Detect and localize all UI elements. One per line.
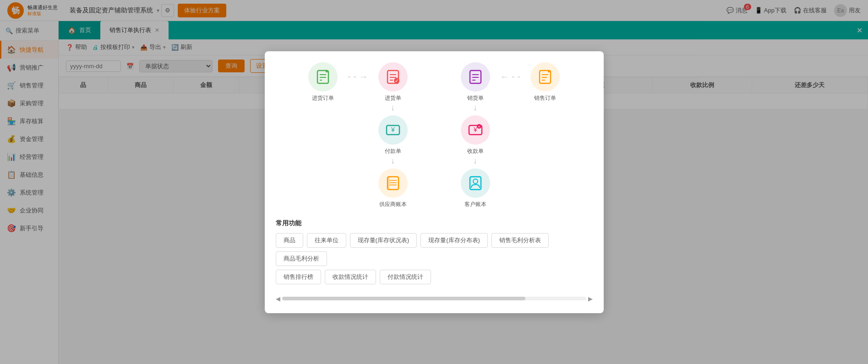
- flow-node-sales-invoice[interactable]: 销货单: [453, 62, 498, 102]
- purchase-invoice-icon: ✓: [378, 62, 408, 92]
- sales-invoice-icon: [461, 62, 490, 92]
- receipt-slip-icon: ¥+: [461, 115, 490, 145]
- flow-node-receipt-slip[interactable]: ¥+ 收款单: [453, 115, 498, 155]
- scrollbar-track: [282, 297, 586, 300]
- arrow-pi-down: ↓: [391, 103, 395, 113]
- func-btn-row-2: 销售排行榜 收款情况统计 付款情况统计: [276, 270, 593, 284]
- func-btn-row-1: 商品 往来单位 现存量(库存状况表) 现存量(库存分布表) 销售毛利分析表 商品…: [276, 233, 593, 266]
- purchase-order-label: 进货订单: [312, 94, 334, 102]
- svg-point-25: [473, 179, 478, 184]
- arrow-si-down: ↓: [473, 103, 477, 113]
- flow-diagram: 进货订单 - - → ✓ 进货单 ↓: [276, 62, 593, 208]
- scroll-right-icon[interactable]: ▶: [588, 295, 593, 302]
- flow-col-sales-order: 销售订单: [522, 62, 568, 102]
- flow-node-sales-order[interactable]: 销售订单: [522, 62, 568, 102]
- flow-node-purchase-order[interactable]: 进货订单: [300, 62, 346, 102]
- flow-col-purchase-invoice: ✓ 进货单 ↓ ¥ 付款单 ↓: [370, 62, 416, 208]
- modal-overlay[interactable]: 进货订单 - - → ✓ 进货单 ↓: [0, 0, 868, 364]
- svg-text:+: +: [478, 125, 480, 129]
- arrow-po-to-pi: - - →: [346, 71, 370, 82]
- func-btn-inventory-dist[interactable]: 现存量(库存分布表): [420, 233, 488, 248]
- arrow-pay-down: ↓: [391, 156, 395, 166]
- flow-node-payment-slip[interactable]: ¥ 付款单: [370, 115, 416, 155]
- common-functions-section: 常用功能 商品 往来单位 现存量(库存状况表) 现存量(库存分布表) 销售毛利分…: [276, 219, 593, 284]
- flow-col-purchase-order: 进货订单: [300, 62, 346, 102]
- receipt-slip-label: 收款单: [467, 147, 484, 155]
- svg-text:✓: ✓: [395, 78, 399, 83]
- func-btn-receipt-stats[interactable]: 收款情况统计: [325, 270, 376, 284]
- func-btn-sales-profit[interactable]: 销售毛利分析表: [491, 233, 549, 248]
- modal-scrollbar-area: ◀ ▶: [276, 295, 593, 302]
- arrow-so-to-si: ← - -: [498, 71, 522, 82]
- func-btn-sales-rank[interactable]: 销售排行榜: [276, 270, 321, 284]
- func-btn-product-profit[interactable]: 商品毛利分析: [276, 251, 327, 266]
- sales-order-label: 销售订单: [534, 94, 556, 102]
- flow-node-supplier-ledger[interactable]: 供应商账本: [370, 168, 416, 208]
- func-btn-partner[interactable]: 往来单位: [307, 233, 346, 248]
- func-btn-product[interactable]: 商品: [276, 233, 303, 248]
- customer-ledger-icon: [461, 168, 490, 198]
- scrollbar-thumb[interactable]: [282, 297, 525, 300]
- common-functions-title: 常用功能: [276, 219, 593, 228]
- flow-col-sales-invoice: 销货单 ↓ ¥+ 收款单 ↓: [453, 62, 498, 208]
- svg-rect-15: [388, 177, 389, 190]
- supplier-ledger-label: 供应商账本: [379, 201, 407, 208]
- modal-dialog: 进货订单 - - → ✓ 进货单 ↓: [265, 51, 604, 313]
- arrow-rec-down: ↓: [473, 156, 477, 166]
- payment-slip-label: 付款单: [385, 147, 401, 155]
- flow-node-customer-ledger[interactable]: 客户账本: [453, 168, 498, 208]
- func-btn-payment-stats[interactable]: 付款情况统计: [380, 270, 431, 284]
- svg-text:¥: ¥: [391, 126, 395, 133]
- purchase-order-icon: [308, 62, 338, 92]
- func-btn-inventory-status[interactable]: 现存量(库存状况表): [350, 233, 417, 248]
- flow-node-purchase-invoice[interactable]: ✓ 进货单: [370, 62, 416, 102]
- payment-slip-icon: ¥: [378, 115, 408, 145]
- purchase-invoice-label: 进货单: [385, 94, 401, 102]
- sales-order-icon: [530, 62, 560, 92]
- supplier-ledger-icon: [378, 168, 408, 198]
- app-wrapper: 畅 畅康通好生意 标准版 装备及固定资产辅助管理系统 ▾ ⚙ 体验行业方案 💬 …: [0, 0, 868, 364]
- scroll-left-icon[interactable]: ◀: [276, 295, 280, 302]
- svg-text:¥: ¥: [473, 126, 477, 133]
- sales-invoice-label: 销货单: [467, 94, 484, 102]
- customer-ledger-label: 客户账本: [464, 201, 486, 208]
